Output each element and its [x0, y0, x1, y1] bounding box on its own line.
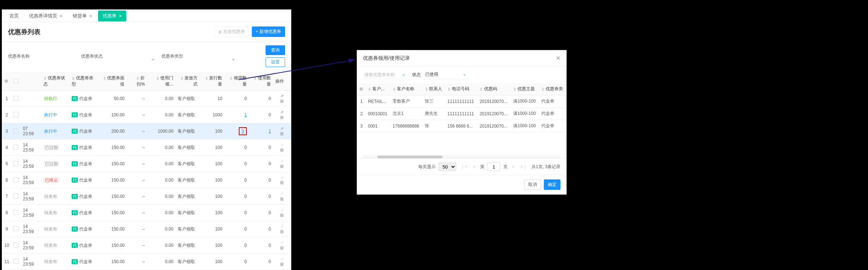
share-icon[interactable]: ↗	[280, 94, 284, 99]
table-row[interactable]: 7 14 23:59 待发布 代代金券 150.00 -- 0.00 客户领取 …	[2, 188, 291, 205]
table-row[interactable]: 6 14 23:59 已终止 代代金券 150.00 -- 0.00 客户领取 …	[2, 172, 291, 188]
row-checkbox[interactable]	[13, 242, 18, 248]
row-checkbox[interactable]	[13, 96, 18, 101]
search-box: ⌕	[363, 71, 406, 79]
share-icon[interactable]: ↗	[280, 126, 284, 131]
qrcode-icon[interactable]: ⊞	[280, 115, 284, 120]
modal-footer: 取消 确定	[357, 175, 566, 194]
qrcode-icon[interactable]: ⊞	[280, 245, 284, 250]
horizontal-scrollbar[interactable]	[363, 155, 560, 158]
search-button[interactable]: 查询	[266, 45, 285, 55]
col-header[interactable]: 操作	[273, 72, 291, 91]
table-row[interactable]: 3 0001 17666666666 张 156 6666 6... 20191…	[357, 120, 566, 132]
row-checkbox[interactable]	[13, 112, 18, 117]
col-header[interactable]	[21, 72, 41, 91]
table-row[interactable]: 1 待执行 代代金券 50.00 -- 0.00 客户领取 10 0 0 ↗ ⊞	[2, 91, 291, 107]
settings-button[interactable]: 设置	[266, 57, 285, 67]
col-header[interactable]: ▲▼发行数量	[200, 72, 224, 91]
claim-count-link[interactable]: 1	[245, 112, 247, 117]
modal-first-page-button[interactable]: ｜<	[459, 164, 469, 170]
row-checkbox[interactable]	[13, 177, 18, 182]
tab-首页[interactable]: 首页	[5, 11, 23, 21]
share-icon[interactable]: ↗	[280, 110, 284, 115]
row-checkbox[interactable]	[13, 128, 18, 133]
row-checkbox[interactable]	[13, 161, 18, 166]
type-tag: 代	[72, 259, 78, 264]
table-row[interactable]: 3 07 23:59 执行中 代代金券 200.00 -- 1000.00 客户…	[2, 123, 291, 140]
col-header[interactable]: ▲▼优惠码	[478, 83, 511, 95]
modal-next-page-button[interactable]: >	[511, 164, 516, 169]
table-row[interactable]: 2 执行中 代代金券 100.00 -- 0.00 客户领取 1000 1 0 …	[2, 107, 291, 123]
close-icon[interactable]: ✕	[59, 14, 63, 18]
state-select[interactable]: 已使用 ⌄	[424, 70, 467, 79]
table-row[interactable]: 9 14 23:59 待发布 代代金券 150.00 -- 0.00 客户领取 …	[2, 221, 291, 237]
add-coupon-button[interactable]: + 新增优惠券	[252, 26, 285, 37]
gear-icon[interactable]: ⚙	[4, 79, 8, 84]
tab-优惠券[interactable]: 优惠券✕	[98, 11, 126, 21]
col-header[interactable]: ⚙	[2, 72, 11, 91]
tab-优惠券详情页[interactable]: 优惠券详情页✕	[25, 11, 67, 21]
confirm-button[interactable]: 确定	[544, 179, 560, 190]
qrcode-icon[interactable]: ⊞	[280, 148, 284, 153]
modal-page-input[interactable]	[487, 162, 500, 171]
close-icon[interactable]: ✕	[556, 55, 560, 62]
col-header[interactable]: ⚙	[357, 83, 366, 95]
col-header[interactable]: ▲▼联系人	[423, 83, 445, 95]
row-checkbox[interactable]	[13, 145, 18, 150]
close-icon[interactable]: ✕	[119, 14, 122, 18]
qrcode-icon[interactable]: ⊞	[280, 229, 284, 234]
table-row[interactable]: 4 14 23:59 已过期 代代金券 150.00 -- 0.00 客户领取 …	[2, 140, 291, 156]
type-tag: 代	[72, 210, 78, 215]
row-checkbox[interactable]	[13, 259, 18, 264]
col-header[interactable]: ▲▼优惠券类	[539, 83, 566, 95]
qrcode-icon[interactable]: ⊞	[280, 164, 284, 169]
col-header[interactable]	[11, 72, 21, 91]
status-badge: 已过期	[43, 161, 59, 167]
coupon-name-input[interactable]	[32, 52, 75, 61]
select-all-checkbox[interactable]	[13, 78, 18, 83]
coupon-type-select[interactable]: ⌄	[185, 55, 236, 58]
col-header[interactable]: ▲▼优惠券状态	[41, 72, 69, 91]
qrcode-icon[interactable]: ⊞	[280, 213, 284, 218]
search-icon[interactable]: ⌕	[402, 72, 405, 77]
table-row[interactable]: 1 RETAIL... 零散客户 张三 11111111111 20191200…	[357, 95, 566, 108]
col-header[interactable]: ▲▼优惠券类型	[69, 72, 98, 91]
distribute-button[interactable]: ⊕ 发放优惠券	[214, 26, 249, 37]
table-row[interactable]: 2 00010001 北京1 唐先生 11111111111 201912007…	[357, 108, 566, 120]
row-checkbox[interactable]	[13, 210, 18, 215]
gear-icon[interactable]: ⚙	[359, 87, 363, 92]
modal-last-page-button[interactable]: >｜	[519, 164, 529, 170]
col-header[interactable]: ▲▼优惠主题	[511, 83, 539, 95]
col-header[interactable]: ▲▼折扣%	[127, 72, 147, 91]
coupon-status-select[interactable]: ⌄	[105, 55, 156, 58]
col-header[interactable]: ▲▼优惠券面值	[98, 72, 127, 91]
qrcode-icon[interactable]: ⊞	[280, 262, 284, 267]
type-tag: 代	[72, 96, 78, 101]
cancel-button[interactable]: 取消	[524, 179, 541, 190]
table-row[interactable]: 11 14 23:59 待发布 代代金券 150.00 -- 0.00 客户领取…	[2, 254, 291, 270]
qrcode-icon[interactable]: ⊞	[280, 99, 284, 104]
col-header[interactable]: ▲▼发放方式	[175, 72, 200, 91]
col-header[interactable]: ▲▼客户名称	[390, 83, 423, 95]
col-header[interactable]: ▲▼电话号码	[445, 83, 478, 95]
row-checkbox[interactable]	[13, 226, 18, 231]
col-header[interactable]: ▲▼客户...	[366, 83, 390, 95]
table-row[interactable]: 5 14 23:59 已过期 代代金券 150.00 -- 0.00 客户领取 …	[2, 156, 291, 172]
qrcode-icon[interactable]: ⊞	[280, 196, 284, 202]
use-count-link[interactable]: 1	[268, 129, 271, 134]
col-header[interactable]: ▲▼领用数量	[224, 72, 249, 91]
qrcode-icon[interactable]: ⊞	[280, 131, 284, 136]
page-title: 优惠券列表	[8, 28, 41, 36]
qrcode-icon[interactable]: ⊞	[280, 180, 284, 185]
close-icon[interactable]: ✕	[89, 14, 92, 18]
table-row[interactable]: 10 14 23:59 待发布 代代金券 150.00 -- 0.00 客户领取…	[2, 237, 291, 254]
tab-销货单[interactable]: 销货单✕	[68, 11, 97, 21]
modal-prev-page-button[interactable]: <	[472, 164, 477, 169]
col-header[interactable]: ▲▼使用门槛...	[147, 72, 175, 91]
row-checkbox[interactable]	[13, 194, 18, 199]
modal-per-page-select[interactable]: 50	[439, 162, 456, 171]
claim-count-link[interactable]: 3	[239, 127, 247, 135]
coupon-search-input[interactable]	[363, 71, 406, 79]
col-header[interactable]: ▲▼使用数量	[249, 72, 273, 91]
table-row[interactable]: 8 14 23:59 待发布 代代金券 150.00 -- 0.00 客户领取 …	[2, 205, 291, 221]
